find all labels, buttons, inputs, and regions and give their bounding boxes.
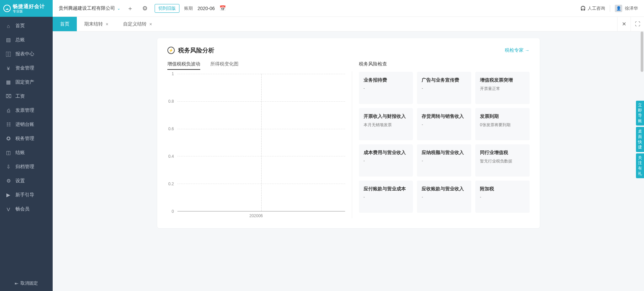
sidebar-item-0[interactable]: ⌂首页 <box>0 19 53 33</box>
risk-card-5[interactable]: 发票到期0张发票将要到期 <box>475 108 530 140</box>
y-tick: 0.6 <box>168 127 174 131</box>
sidebar-item-11[interactable]: ⚙设置 <box>0 174 53 188</box>
nav-icon: ⌧ <box>5 93 11 99</box>
close-icon[interactable]: × <box>149 21 152 27</box>
arrow-right-icon: → <box>525 48 530 53</box>
brand-name: 畅捷通好会计 <box>13 3 45 10</box>
risk-card-0[interactable]: 业务招待费- <box>359 72 413 104</box>
sidebar-item-12[interactable]: ▶新手引导 <box>0 188 53 202</box>
nav-icon: ⇩ <box>5 164 11 170</box>
sidebar-item-5[interactable]: ⌧工资 <box>0 89 53 103</box>
risk-card-4[interactable]: 存货周转与销售收入- <box>417 108 471 140</box>
risk-card-10[interactable]: 应收账款与营业收入- <box>417 181 471 213</box>
sidebar-item-8[interactable]: ✪税务管理 <box>0 132 53 146</box>
chevron-down-icon: ⌄ <box>117 6 120 11</box>
nav-label: 首页 <box>15 23 25 29</box>
y-tick: 1 <box>172 71 174 76</box>
sidebar-item-13[interactable]: V畅会员 <box>0 202 53 216</box>
support-link[interactable]: 🎧 人工咨询 <box>580 5 605 11</box>
gear-icon[interactable]: ⚙ <box>140 5 150 12</box>
risk-card-6[interactable]: 成本费用与营业收入- <box>359 144 413 177</box>
tab-label: 自定义结转 <box>123 21 147 27</box>
divider <box>610 5 610 12</box>
nav-icon: ▤ <box>5 37 11 43</box>
tabstrip: 首页期末结转×自定义结转× ✕ ⛶ <box>53 17 644 32</box>
sticky-btn-0[interactable]: 立即导账 <box>636 101 644 126</box>
risk-desc: - <box>364 86 409 91</box>
sidebar-item-6[interactable]: ⎙发票管理 <box>0 103 53 117</box>
sticky-btn-1[interactable]: 桌面快捷 <box>636 127 644 152</box>
risk-card-2[interactable]: 增值税发票突增开票量正常 <box>475 72 530 104</box>
x-tick: 202006 <box>249 213 263 218</box>
nav-label: 报表中心 <box>15 51 34 57</box>
nav-label: 新手引导 <box>15 192 34 198</box>
y-tick: 0.2 <box>168 182 174 186</box>
fullscreen-icon[interactable]: ⛶ <box>631 17 644 31</box>
nav-label: 固定资产 <box>15 79 34 85</box>
risk-card-3[interactable]: 开票收入与财报收入本月无销项发票 <box>359 108 413 140</box>
risk-card-7[interactable]: 应纳税额与营业收入- <box>417 144 471 177</box>
nav-label: 发票管理 <box>15 107 34 113</box>
chart-tab-0[interactable]: 增值税税负波动 <box>167 61 200 70</box>
risk-title: 应收账款与营业收入 <box>422 186 467 192</box>
close-all-tabs[interactable]: ✕ <box>617 17 631 31</box>
sidebar-item-9[interactable]: ◫结账 <box>0 146 53 160</box>
risk-title: 存货周转与销售收入 <box>422 113 467 119</box>
nav-icon: ⿲ <box>5 51 11 57</box>
nav-label: 设置 <box>15 178 25 184</box>
sidebar-item-2[interactable]: ⿲报表中心 <box>0 47 53 61</box>
risk-desc: 0张发票将要到期 <box>480 122 525 128</box>
tab-1[interactable]: 期末结转× <box>77 17 116 31</box>
risk-card-11[interactable]: 附加税- <box>475 181 530 213</box>
brand-edition: 专业版 <box>13 9 45 14</box>
company-selector[interactable]: 贵州腾越建设工程有限公司 ⌄ <box>59 5 120 11</box>
tab-2[interactable]: 自定义结转× <box>116 17 159 31</box>
risk-title: 应纳税额与营业收入 <box>422 150 467 156</box>
user-menu[interactable]: 👤 徐泽华 <box>615 5 638 12</box>
risk-title: 成本费用与营业收入 <box>364 150 409 156</box>
avatar: 👤 <box>615 5 622 12</box>
period-value: 2020-06 <box>198 6 215 11</box>
content-area: ⚡ 税务风险分析 税检专家 → 增值税税负波动所得税变化图 <box>53 32 644 291</box>
risk-card-8[interactable]: 同行业增值税暂无行业税负数据 <box>475 144 530 177</box>
risk-desc: - <box>422 86 467 91</box>
unpin-sidebar[interactable]: ⇤ 取消固定 <box>0 276 53 291</box>
chart-tabs: 增值税税负波动所得税变化图 <box>167 61 345 70</box>
risk-card-1[interactable]: 广告与业务宣传费- <box>417 72 471 104</box>
bolt-icon: ⚡ <box>167 47 175 54</box>
calendar-icon[interactable]: 📅 <box>219 5 226 11</box>
close-icon[interactable]: × <box>106 21 108 27</box>
unpin-label: 取消固定 <box>20 280 38 286</box>
tab-0[interactable]: 首页 <box>53 17 77 31</box>
risk-card-9[interactable]: 应付账款与营业成本- <box>359 181 413 213</box>
sticky-btn-2[interactable]: 关注有礼 <box>636 153 644 178</box>
nav-icon: ⚙ <box>5 178 11 184</box>
chart-tab-1[interactable]: 所得税变化图 <box>210 61 238 70</box>
risk-desc: 开票量正常 <box>480 86 525 92</box>
nav-label: 税务管理 <box>15 136 34 142</box>
section-divider <box>352 71 352 218</box>
risk-title: 附加税 <box>480 186 525 192</box>
card-title: ⚡ 税务风险分析 <box>167 46 214 54</box>
switch-old-button[interactable]: 切到旧版 <box>155 4 179 13</box>
sidebar-item-10[interactable]: ⇩归档管理 <box>0 160 53 174</box>
nav-icon: ▦ <box>5 79 11 85</box>
user-name: 徐泽华 <box>625 5 638 11</box>
support-label: 人工咨询 <box>588 5 605 11</box>
company-name: 贵州腾越建设工程有限公司 <box>59 5 115 11</box>
topbar: 贵州腾越建设工程有限公司 ⌄ ＋ ⚙ 切到旧版 账期 2020-06 📅 🎧 人… <box>53 0 644 17</box>
sidebar-item-1[interactable]: ▤总账 <box>0 33 53 47</box>
scrollbar[interactable] <box>641 32 643 72</box>
add-icon[interactable]: ＋ <box>125 4 135 12</box>
sidebar-item-7[interactable]: ☷进销台账 <box>0 117 53 132</box>
risk-check-title: 税务风险检查 <box>359 61 530 67</box>
nav-icon: V <box>5 206 11 212</box>
risk-title: 增值税发票突增 <box>480 77 525 83</box>
risk-title: 应付账款与营业成本 <box>364 186 409 192</box>
tax-expert-link[interactable]: 税检专家 → <box>505 47 530 53</box>
nav-label: 进销台账 <box>15 122 34 128</box>
sidebar-item-3[interactable]: ¥资金管理 <box>0 61 53 75</box>
sidebar-item-4[interactable]: ▦固定资产 <box>0 75 53 89</box>
risk-desc: - <box>364 195 409 199</box>
nav-label: 归档管理 <box>15 164 34 170</box>
